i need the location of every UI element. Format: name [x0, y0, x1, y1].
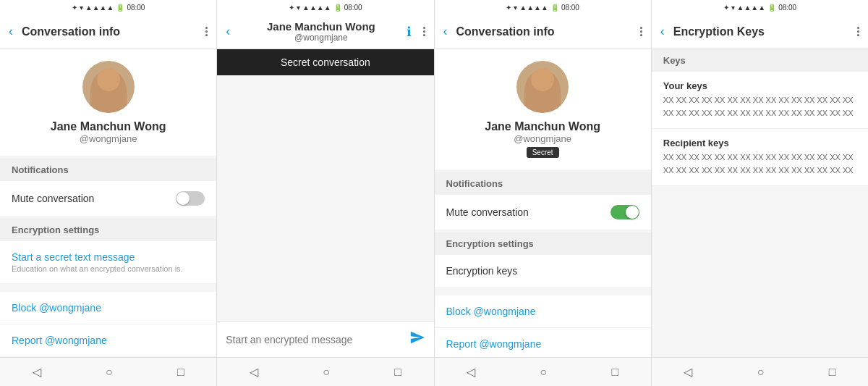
- secret-bar: Secret conversation: [217, 49, 433, 75]
- block-label-1[interactable]: Block @wongmjane: [12, 302, 101, 314]
- encryption-keys-label[interactable]: Encryption keys: [446, 265, 518, 277]
- wifi-icon-1: ▾: [80, 4, 83, 12]
- keys-section-header: Keys: [652, 49, 868, 72]
- back-nav-1[interactable]: ◁: [24, 362, 50, 382]
- report-item-1[interactable]: Report @wongmjane: [0, 324, 216, 357]
- actions-section-3: Block @wongmjane Report @wongmjane Delet…: [435, 295, 651, 357]
- section-header-encryption-1: Encryption settings: [0, 219, 216, 241]
- screen-conversation-info-secret: ✦ ▾ ▲▲▲▲ 🔋 08:00 ‹ Conversation info: [435, 0, 652, 386]
- top-bar-2: ‹ Jane Manchun Wong @wongmjane ℹ: [217, 14, 433, 49]
- mute-toggle-1[interactable]: [176, 191, 205, 206]
- signal-icon-1: ▲▲▲▲: [85, 4, 114, 12]
- recipient-keys-label: Recipient keys: [663, 138, 856, 148]
- home-nav-1[interactable]: ○: [97, 363, 122, 382]
- top-bar-4: ‹ Encryption Keys: [652, 14, 868, 49]
- mute-item-1: Mute conversation: [0, 181, 216, 216]
- back-button-1[interactable]: ‹: [6, 21, 16, 42]
- mute-label-3: Mute conversation: [446, 206, 529, 218]
- time-1: 08:00: [127, 4, 145, 12]
- block-item-1[interactable]: Block @wongmjane: [0, 292, 216, 324]
- bluetooth-icon-2: ✦: [289, 4, 294, 12]
- message-input[interactable]: [226, 334, 403, 345]
- menu-nav-1[interactable]: □: [169, 363, 193, 382]
- home-nav-4[interactable]: ○: [749, 363, 773, 382]
- battery-icon-3: 🔋: [550, 4, 559, 12]
- profile-section-1: Jane Manchun Wong @wongmjane: [0, 49, 216, 156]
- battery-icon-1: 🔋: [116, 4, 124, 12]
- your-keys-label: Your keys: [663, 80, 856, 91]
- notifications-section-1: Mute conversation: [0, 181, 216, 216]
- send-button[interactable]: [409, 330, 425, 349]
- signal-icon-3: ▲▲▲▲: [519, 4, 548, 12]
- wifi-icon-2: ▾: [297, 4, 300, 12]
- signal-icon-4: ▲▲▲▲: [737, 4, 766, 12]
- encryption-section-1: Start a secret text message Education on…: [0, 241, 216, 283]
- actions-section-1: Block @wongmjane Report @wongmjane Delet…: [0, 292, 216, 357]
- bottom-nav-2: ◁ ○ □: [217, 357, 433, 386]
- secret-message-item[interactable]: Start a secret text message Education on…: [0, 241, 216, 283]
- signal-icon-2: ▲▲▲▲: [302, 4, 331, 12]
- recipient-keys-entry: Recipient keys XX XX XX XX XX XX XX XX X…: [652, 129, 868, 186]
- profile-name-3: Jane Manchun Wong: [485, 120, 600, 133]
- report-label-1[interactable]: Report @wongmjane: [12, 335, 107, 346]
- page-title-3: Conversation info: [456, 25, 637, 38]
- section-header-notifications-3: Notifications: [435, 172, 651, 195]
- time-2: 08:00: [344, 4, 362, 12]
- back-button-4[interactable]: ‹: [658, 21, 668, 42]
- secret-message-label[interactable]: Start a secret text message: [12, 251, 135, 263]
- page-title-4: Encryption Keys: [673, 25, 854, 38]
- back-nav-4[interactable]: ◁: [675, 362, 701, 382]
- section-header-notifications-1: Notifications: [0, 159, 216, 181]
- status-bar-1: ✦ ▾ ▲▲▲▲ 🔋 08:00: [0, 0, 216, 14]
- notifications-section-3: Mute conversation: [435, 195, 651, 230]
- battery-icon-2: 🔋: [333, 4, 342, 12]
- bottom-nav-1: ◁ ○ □: [0, 357, 216, 386]
- back-nav-2[interactable]: ◁: [241, 362, 267, 382]
- message-bar: [217, 321, 433, 357]
- bottom-nav-4: ◁ ○ □: [652, 357, 868, 386]
- menu-button-4[interactable]: [854, 24, 862, 39]
- keys-section: Your keys XX XX XX XX XX XX XX XX XX XX …: [652, 72, 868, 186]
- bottom-nav-3: ◁ ○ □: [435, 357, 651, 386]
- screen-content-1: Jane Manchun Wong @wongmjane Notificatio…: [0, 49, 216, 357]
- time-3: 08:00: [561, 4, 579, 12]
- screen-chat: ✦ ▾ ▲▲▲▲ 🔋 08:00 ‹ Jane Manchun Wong @wo…: [217, 0, 434, 386]
- time-4: 08:00: [778, 4, 796, 12]
- menu-nav-3[interactable]: □: [603, 363, 627, 382]
- menu-nav-2[interactable]: □: [386, 363, 410, 382]
- menu-button-1[interactable]: [203, 24, 210, 39]
- wifi-icon-4: ▾: [731, 4, 735, 12]
- menu-nav-4[interactable]: □: [820, 363, 845, 382]
- battery-icon-4: 🔋: [767, 4, 776, 12]
- avatar-3: [516, 61, 569, 113]
- top-bar-1: ‹ Conversation info: [0, 14, 216, 49]
- menu-button-3[interactable]: [637, 24, 645, 39]
- chat-name: Jane Manchun Wong: [239, 20, 403, 33]
- profile-handle-1: @wongmjane: [80, 133, 137, 144]
- block-item-3[interactable]: Block @wongmjane: [435, 295, 651, 328]
- profile-section-3: Jane Manchun Wong @wongmjane Secret: [435, 49, 651, 169]
- report-item-3[interactable]: Report @wongmjane: [435, 328, 651, 357]
- screen-encryption-keys: ✦ ▾ ▲▲▲▲ 🔋 08:00 ‹ Encryption Keys Keys: [652, 0, 868, 386]
- home-nav-2[interactable]: ○: [314, 363, 339, 382]
- mute-toggle-3[interactable]: [610, 205, 639, 219]
- home-nav-3[interactable]: ○: [531, 363, 556, 382]
- back-button-3[interactable]: ‹: [441, 21, 451, 42]
- recipient-keys-value: XX XX XX XX XX XX XX XX XX XX XX XX XX X…: [663, 151, 856, 177]
- secret-badge: Secret: [527, 147, 559, 158]
- info-button[interactable]: ℹ: [404, 21, 414, 43]
- bluetooth-icon-1: ✦: [72, 4, 77, 12]
- screen-content-3: Jane Manchun Wong @wongmjane Secret Noti…: [435, 49, 651, 357]
- report-label-3[interactable]: Report @wongmjane: [446, 338, 542, 350]
- back-button-2[interactable]: ‹: [223, 21, 233, 42]
- page-title-1: Conversation info: [22, 25, 203, 38]
- encryption-keys-item[interactable]: Encryption keys: [435, 255, 651, 287]
- back-nav-3[interactable]: ◁: [458, 362, 484, 382]
- your-keys-entry: Your keys XX XX XX XX XX XX XX XX XX XX …: [652, 72, 868, 129]
- profile-name-1: Jane Manchun Wong: [51, 120, 166, 133]
- mute-item-3: Mute conversation: [435, 195, 651, 230]
- profile-handle-3: @wongmjane: [514, 133, 571, 144]
- menu-button-2[interactable]: [420, 24, 428, 39]
- block-label-3[interactable]: Block @wongmjane: [446, 306, 536, 317]
- chat-header-center: Jane Manchun Wong @wongmjane: [239, 20, 403, 43]
